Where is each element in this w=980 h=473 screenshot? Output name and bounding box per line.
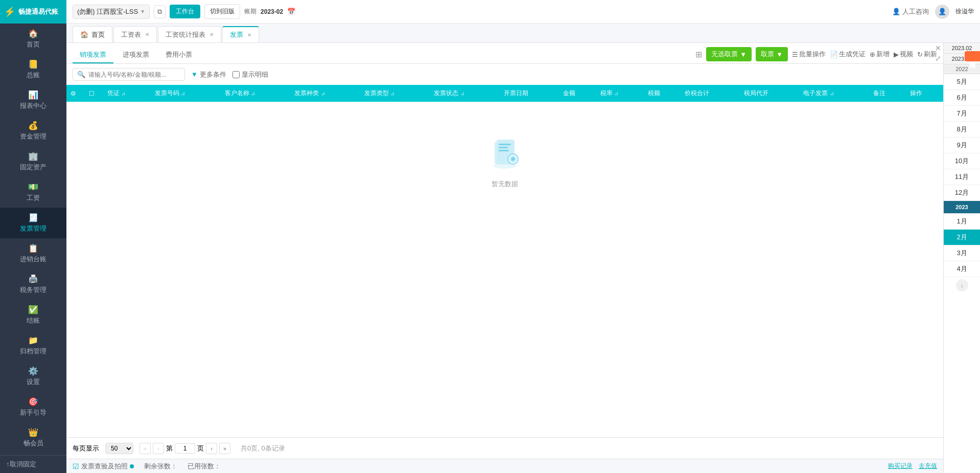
expand-panel-button[interactable]: ⤢ [933, 53, 943, 63]
month-nov[interactable]: 11月 [944, 169, 980, 185]
subtab-sales[interactable]: 销项发票 [73, 47, 113, 63]
month-may[interactable]: 5月 [944, 74, 980, 90]
th-total: 价税合计 [681, 85, 740, 102]
empty-state: 暂无数据 [66, 102, 943, 219]
subtab-expense[interactable]: 费用小票 [158, 47, 199, 63]
tax-button[interactable]: 取票 ▼ [756, 47, 788, 61]
open-period-button[interactable]: 开账日期 [965, 51, 980, 61]
generate-cert-link[interactable]: 📄 生成凭证 [830, 50, 866, 59]
purchase-history-link[interactable]: 购买记录 [888, 462, 913, 470]
sidebar-item-label: 设置 [27, 377, 40, 387]
sidebar-item-reports[interactable]: 📊 报表中心 [0, 85, 66, 116]
total-pages: 共0页, 0条记录 [241, 444, 285, 453]
support-label: 人工咨询 [902, 7, 929, 16]
check-icon: ☑ [73, 462, 79, 470]
search-box[interactable]: 🔍 [73, 68, 185, 81]
month-dec[interactable]: 12月 [944, 185, 980, 201]
copy-button[interactable]: ⧉ [154, 5, 166, 18]
company-selector[interactable]: (勿删) 江西股宝-LSS ▼ [73, 5, 150, 19]
recharge-link[interactable]: 去充值 [919, 462, 937, 470]
unpin-button[interactable]: ↑取消固定 [0, 456, 66, 473]
no-tax-label: 无选取票 [711, 50, 738, 59]
subtab-purchase-label: 进项发票 [123, 51, 149, 58]
no-tax-button[interactable]: 无选取票 ▼ [706, 47, 752, 61]
per-page-select[interactable]: 50 20 100 [105, 443, 133, 454]
sidebar-item-invoice[interactable]: 🧾 发票管理 [0, 208, 66, 238]
tab-label: 工资统计报表 [166, 30, 205, 39]
sidebar-item-fixed-assets[interactable]: 🏢 固定资产 [0, 146, 66, 177]
support-link[interactable]: 👤 人工咨询 [892, 7, 929, 16]
sidebar-item-member[interactable]: 👑 畅会员 [0, 422, 66, 453]
month-mar-2023[interactable]: 3月 [944, 245, 980, 261]
page-label-text: 第 [166, 444, 173, 453]
batch-op-link[interactable]: ☰ 批量操作 [792, 50, 826, 59]
video-label: 视频 [900, 50, 913, 59]
sidebar-item-payroll[interactable]: 💵 工资 [0, 177, 66, 208]
subtab-purchase[interactable]: 进项发票 [115, 47, 156, 63]
scroll-down-button[interactable]: ↓ [956, 279, 968, 291]
search-input[interactable] [88, 71, 180, 78]
tab-label: 工资表 [121, 30, 141, 39]
sidebar-item-label: 进销台账 [20, 255, 46, 264]
page-nav: « ‹ 第 页 › » [139, 443, 230, 454]
page-suffix: 页 [197, 444, 204, 453]
user-avatar[interactable]: 👤 [935, 5, 949, 19]
month-jan-2023[interactable]: 1月 [944, 214, 980, 230]
tab-close-payroll[interactable]: ✕ [145, 32, 149, 37]
show-detail-checkbox[interactable]: 显示明细 [232, 70, 268, 79]
tab-close-invoice[interactable]: ✕ [247, 32, 251, 38]
support-icon: 👤 [892, 8, 900, 15]
month-feb-2023[interactable]: 2月 [944, 230, 980, 245]
th-tax-amount: 税额 [644, 85, 681, 102]
first-page-button[interactable]: « [139, 443, 151, 454]
sidebar-item-label: 首页 [27, 40, 40, 49]
tab-payroll-stats[interactable]: 工资统计报表 ✕ [158, 26, 221, 42]
period-calendar-icon[interactable]: 📅 [287, 8, 295, 15]
scroll-down-icon: ↓ [961, 282, 964, 289]
th-e-invoice: 电子发票 ⊿ [799, 85, 869, 102]
next-page-button[interactable]: › [206, 443, 217, 454]
sidebar-item-guide[interactable]: 🎯 新手引导 [0, 392, 66, 422]
tab-payroll[interactable]: 工资表 ✕ [113, 26, 157, 42]
home-icon: 🏠 [28, 29, 38, 38]
month-apr-2023[interactable]: 4月 [944, 261, 980, 277]
month-jul[interactable]: 7月 [944, 106, 980, 122]
month-label: 5月 [956, 78, 967, 85]
sidebar-item-archive[interactable]: 📁 归档管理 [0, 330, 66, 361]
detail-checkbox[interactable] [232, 71, 240, 78]
sidebar-item-close-books[interactable]: ✅ 结账 [0, 300, 66, 330]
filter-icon: ▼ [191, 71, 198, 78]
video-link[interactable]: ▶ 视频 [894, 50, 913, 59]
th-checkbox[interactable]: ☐ [85, 85, 103, 102]
th-settings[interactable]: ⚙ [66, 85, 85, 102]
old-version-button[interactable]: 切到旧版 [204, 4, 240, 19]
logo-icon: ⚡ [4, 6, 15, 17]
sidebar-item-funds[interactable]: 💰 资金管理 [0, 116, 66, 146]
prev-page-button[interactable]: ‹ [153, 443, 164, 454]
sidebar-item-tax[interactable]: 🖨️ 税务管理 [0, 269, 66, 300]
more-filter-button[interactable]: ▼ 更多条件 [191, 70, 226, 79]
sidebar-item-sales-ledger[interactable]: 📋 进销台账 [0, 238, 66, 269]
month-jun[interactable]: 6月 [944, 90, 980, 106]
month-aug[interactable]: 8月 [944, 122, 980, 138]
new-link[interactable]: ⊕ 新增 [870, 50, 890, 59]
month-oct[interactable]: 10月 [944, 153, 980, 169]
tab-close-payroll-stats[interactable]: ✕ [209, 32, 214, 37]
workspace-button[interactable]: 工作台 [170, 5, 200, 18]
refresh-icon: ↻ [917, 51, 923, 58]
sidebar-item-ledger[interactable]: 📒 总账 [0, 54, 66, 85]
sidebar-item-home[interactable]: 🏠 首页 [0, 24, 66, 54]
last-page-button[interactable]: » [219, 443, 230, 454]
tab-invoice[interactable]: 发票 ✕ [222, 26, 259, 42]
month-sep[interactable]: 9月 [944, 138, 980, 153]
sidebar-item-label: 总账 [27, 71, 40, 80]
close-panel-button[interactable]: ✕ [933, 43, 943, 53]
month-label: 6月 [956, 94, 967, 101]
current-page-input[interactable] [175, 443, 195, 454]
footer-links: 购买记录 去充值 [888, 462, 937, 470]
batch-icon: ☰ [792, 51, 798, 58]
sidebar-item-settings[interactable]: ⚙️ 设置 [0, 361, 66, 392]
user-name[interactable]: 徐溢华 [955, 7, 974, 16]
grid-view-icon[interactable]: ⊞ [695, 50, 702, 59]
tab-home[interactable]: 🏠 首页 [73, 26, 112, 42]
